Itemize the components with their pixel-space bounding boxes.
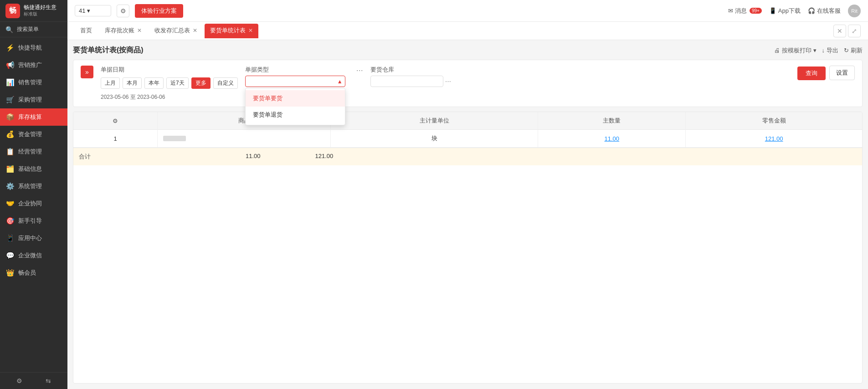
filter-btn-year[interactable]: 本年 [144, 77, 164, 89]
col-unit: 主计量单位 [330, 112, 538, 130]
footer-amount: 121.00 [315, 153, 334, 161]
logo-name: 畅捷通好生意 [24, 4, 56, 11]
sidebar-item-system[interactable]: ⚙️ 系统管理 [0, 178, 67, 195]
filter-more-icon[interactable]: ··· [356, 66, 363, 75]
tab-home[interactable]: 首页 [75, 24, 98, 38]
tab-batch[interactable]: 库存批次账 ✕ [99, 24, 147, 38]
sidebar-item-label: 库存核算 [18, 113, 62, 121]
sidebar-search[interactable]: 🔍 搜索菜单 [0, 22, 67, 37]
sidebar-item-inventory[interactable]: 📦 库存核算 [0, 108, 67, 126]
tab-close-order-stat[interactable]: ✕ [248, 27, 253, 34]
filter-settings-button[interactable]: 设置 [829, 66, 855, 80]
filter-actions: 查询 设置 [797, 66, 855, 80]
filter-btn-custom[interactable]: 自定义 [213, 77, 238, 89]
sidebar-item-apps[interactable]: 📱 应用中心 [0, 230, 67, 247]
filter-btn-week[interactable]: 近7天 [166, 77, 189, 89]
sidebar: 畅 畅捷通好生意 标准版 🔍 搜索菜单 ⚡ 快捷导航 📢 营销推广 📊 销售管理… [0, 0, 67, 389]
expand-right-icon: » [85, 68, 89, 76]
print-button[interactable]: 🖨 按模板打印 ▾ [774, 46, 817, 55]
online-service-button[interactable]: 🎧 在线客服 [808, 7, 841, 15]
filter-type-label: 单据类型 [245, 66, 345, 74]
warehouse-dots-icon[interactable]: ··· [445, 77, 451, 86]
collapse-icon[interactable]: ⇆ [46, 377, 51, 384]
export-button[interactable]: ↓ 导出 [822, 46, 839, 55]
amount-link[interactable]: 121.00 [765, 135, 783, 142]
sidebar-bottom: ⚙ ⇆ [0, 372, 67, 389]
col-qty: 主数量 [538, 112, 686, 130]
enterprise-icon: 🤝 [5, 200, 15, 208]
shortcut-icon: ⚡ [5, 44, 15, 52]
system-icon: ⚙️ [5, 182, 15, 190]
user-avatar[interactable]: Rit [848, 5, 861, 17]
filter-panel: » 单据日期 上月 本月 本年 近7天 更多 自定义 2023-05-06 至 … [73, 60, 863, 107]
sidebar-item-sales[interactable]: 📊 销售管理 [0, 74, 67, 91]
filter-warehouse-group: 要货仓库 ··· [370, 66, 451, 87]
filter-warehouse-input-wrap: ··· [370, 76, 451, 87]
filter-btn-prev[interactable]: 上月 [101, 77, 120, 89]
sidebar-item-label: 企业协同 [18, 200, 62, 208]
sidebar-item-label: 快捷导航 [18, 44, 62, 52]
page-header: 要货单统计表(按商品) 🖨 按模板打印 ▾ ↓ 导出 ↻ 刷新 [73, 46, 863, 55]
topbar-settings-button[interactable]: ⚙ [117, 5, 129, 17]
dropdown-item-return[interactable]: 要货单退货 [246, 107, 345, 123]
expand-tab-button[interactable]: ⤢ [848, 25, 861, 37]
messages-button[interactable]: ✉ 消息 99+ [728, 7, 762, 15]
tab-receivable[interactable]: 收发存汇总表 ✕ [149, 24, 203, 38]
industry-button[interactable]: 体验行业方案 [135, 4, 183, 18]
query-button[interactable]: 查询 [797, 67, 826, 80]
tab-close-receivable[interactable]: ✕ [193, 27, 197, 34]
marketing-icon: 📢 [5, 61, 15, 69]
product-bar [163, 136, 186, 141]
print-icon: 🖨 [774, 47, 780, 54]
sidebar-item-marketing[interactable]: 📢 营销推广 [0, 56, 67, 74]
sidebar-item-vip[interactable]: 👑 畅会员 [0, 264, 67, 282]
sidebar-item-purchase[interactable]: 🛒 采购管理 [0, 91, 67, 108]
sidebar-item-guide[interactable]: 🎯 新手引导 [0, 212, 67, 230]
store-selector[interactable]: 41 ▾ [75, 5, 111, 16]
table-settings-icon[interactable]: ⚙ [113, 118, 118, 124]
export-icon: ↓ [822, 47, 825, 54]
app-download-button[interactable]: 📱 App下载 [769, 7, 801, 15]
sidebar-nav: ⚡ 快捷导航 📢 营销推广 📊 销售管理 🛒 采购管理 📦 库存核算 💰 资金管… [0, 37, 67, 372]
sidebar-search-label: 搜索菜单 [17, 26, 39, 33]
refresh-button[interactable]: ↻ 刷新 [844, 46, 863, 55]
refresh-icon: ↻ [844, 47, 849, 54]
dropdown-item-order[interactable]: 要货单要货 [246, 90, 345, 107]
sidebar-item-label: 采购管理 [18, 96, 62, 104]
settings-bottom-icon[interactable]: ⚙ [16, 377, 22, 384]
filter-btn-hot[interactable]: 更多 [191, 77, 211, 89]
sidebar-item-wechat[interactable]: 💬 企业微信 [0, 247, 67, 264]
sidebar-item-label: 新手引导 [18, 217, 62, 225]
table-container: ⚙ 商品 主计量单位 主数量 零售金额 1 [73, 112, 863, 384]
chevron-up-icon[interactable]: ▲ [337, 78, 343, 85]
gear-icon: ⚙ [120, 7, 126, 15]
logo-sub: 标准版 [24, 11, 56, 17]
sidebar-item-shortcut[interactable]: ⚡ 快捷导航 [0, 39, 67, 56]
table-header-row: ⚙ 商品 主计量单位 主数量 零售金额 [73, 112, 862, 130]
filter-date-row: 上月 本月 本年 近7天 更多 自定义 [101, 77, 238, 89]
footer-qty: 11.00 [246, 153, 261, 161]
business-icon: 📋 [5, 148, 15, 156]
close-all-button[interactable]: ✕ [833, 25, 846, 37]
row-num: 1 [73, 130, 158, 148]
qty-link[interactable]: 11.00 [605, 135, 620, 142]
sidebar-logo: 畅 畅捷通好生意 标准版 [0, 0, 67, 22]
filter-expand-button[interactable]: » [81, 66, 93, 78]
tab-order-stat[interactable]: 要货单统计表 ✕ [205, 24, 258, 38]
sidebar-item-enterprise[interactable]: 🤝 企业协同 [0, 195, 67, 212]
filter-warehouse-field[interactable] [370, 76, 443, 87]
search-icon: 🔍 [5, 26, 13, 33]
main-area: 41 ▾ ⚙ 体验行业方案 ✉ 消息 99+ 📱 App下载 🎧 在线客服 [67, 0, 868, 389]
sidebar-item-label: 经营管理 [18, 148, 62, 156]
sidebar-item-finance[interactable]: 💰 资金管理 [0, 126, 67, 143]
chevron-down-icon: ▾ [87, 7, 90, 14]
tab-close-batch[interactable]: ✕ [137, 27, 142, 34]
filter-type-field[interactable] [245, 76, 345, 87]
wechat-icon: 💬 [5, 251, 15, 260]
sidebar-item-basic[interactable]: 🗂️ 基础信息 [0, 160, 67, 178]
type-dropdown: 要货单要货 要货单退货 [245, 88, 345, 125]
filter-btn-curr[interactable]: 本月 [123, 77, 142, 89]
filter-date-label: 单据日期 [101, 66, 124, 74]
service-icon: 🎧 [808, 7, 815, 14]
sidebar-item-business[interactable]: 📋 经营管理 [0, 143, 67, 160]
